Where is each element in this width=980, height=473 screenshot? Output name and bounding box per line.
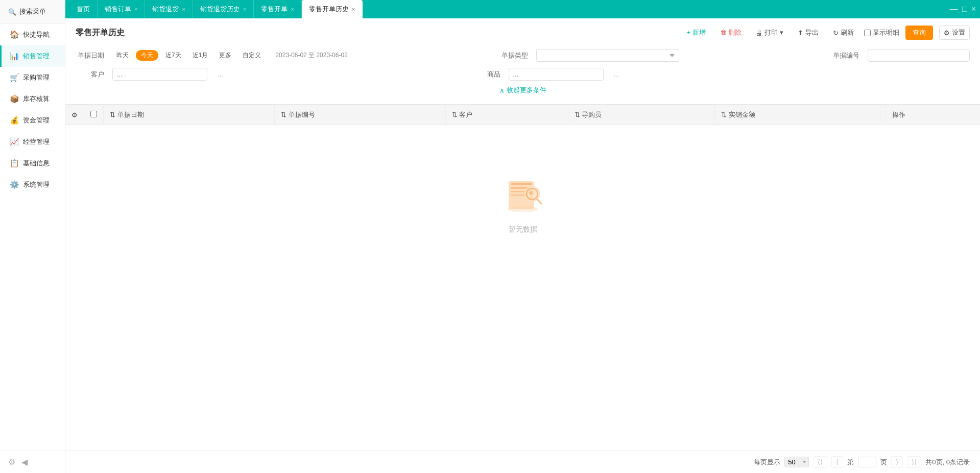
th-doc-no-sort[interactable]: ⇅ 单据编号 bbox=[281, 110, 439, 119]
tab-bar: 首页销售订单×销货退货×销货退货历史×零售开单×零售开单历史× — □ × bbox=[65, 0, 980, 18]
th-amount-sort[interactable]: ⇅ 实销金额 bbox=[721, 110, 879, 119]
date-option-yesterday[interactable]: 昨天 bbox=[112, 50, 133, 61]
tab-close-retail-open[interactable]: × bbox=[291, 6, 294, 12]
tab-close-sales-return[interactable]: × bbox=[182, 6, 185, 12]
settings-label: 设置 bbox=[952, 28, 965, 37]
select-all-checkbox[interactable] bbox=[90, 111, 97, 117]
print-icon: 🖨 bbox=[756, 29, 762, 37]
goods-label: 商品 bbox=[472, 70, 500, 79]
settings-icon[interactable]: ⚙ bbox=[8, 457, 15, 467]
refresh-button[interactable]: ↻ 刷新 bbox=[829, 26, 858, 39]
tab-label: 销售订单 bbox=[105, 5, 131, 14]
doc-type-select[interactable] bbox=[536, 49, 679, 62]
page-title-row: 零售开单历史 + 新增 🗑 删除 🖨 🖨 打印 打印 ▾ ⬆ 导出 ↻ bbox=[76, 26, 970, 40]
goods-ellipsis[interactable]: ... bbox=[612, 70, 622, 78]
customer-input[interactable] bbox=[112, 68, 207, 81]
sidebar-item-basic-info[interactable]: 📋基础信息 bbox=[0, 153, 65, 174]
last-page-btn[interactable]: ⟩⟩ bbox=[907, 456, 921, 468]
date-range-text: 2023-06-02 至 2023-06-02 bbox=[275, 51, 347, 60]
sidebar-item-label: 系统管理 bbox=[23, 180, 50, 189]
tab-label: 零售开单历史 bbox=[309, 5, 349, 14]
data-table: ⚙ ⇅ 单据日期 ⇅ 单据编号 ⇅ 客户 ⇅ 导购员 ⇅ 实销金额 操作 bbox=[65, 105, 980, 125]
sidebar-item-quick-nav[interactable]: 🏠快捷导航 bbox=[0, 24, 65, 45]
th-customer-label: ⇅ 客户 bbox=[452, 110, 473, 119]
th-checkbox[interactable] bbox=[84, 105, 104, 125]
table-header: ⚙ ⇅ 单据日期 ⇅ 单据编号 ⇅ 客户 ⇅ 导购员 ⇅ 实销金额 操作 bbox=[65, 105, 980, 125]
th-customer-sort[interactable]: ⇅ 客户 bbox=[452, 110, 562, 119]
collapse-row: ∧ 收起更多条件 bbox=[76, 84, 970, 99]
delete-button[interactable]: 🗑 删除 bbox=[716, 26, 746, 39]
tab-label: 首页 bbox=[77, 5, 90, 14]
export-button[interactable]: ⬆ 导出 bbox=[794, 26, 823, 39]
date-option-today[interactable]: 今天 bbox=[136, 50, 158, 61]
tab-retail-open[interactable]: 零售开单× bbox=[254, 0, 301, 18]
tab-close-sales-return-history[interactable]: × bbox=[243, 6, 246, 12]
doc-no-input[interactable] bbox=[868, 49, 970, 62]
th-doc-no: ⇅ 单据编号 bbox=[274, 105, 445, 125]
sidebar-item-sales-mgmt[interactable]: 📊销售管理 bbox=[0, 45, 65, 67]
tab-close-sales-order[interactable]: × bbox=[134, 6, 137, 12]
next-page-btn[interactable]: ⟩ bbox=[891, 456, 903, 468]
tab-sales-order[interactable]: 销售订单× bbox=[98, 0, 145, 18]
th-guide: ⇅ 导购员 bbox=[568, 105, 714, 125]
sidebar-item-label: 采购管理 bbox=[23, 73, 50, 82]
th-date-label: ⇅ 单据日期 bbox=[110, 110, 144, 119]
th-amount: ⇅ 实销金额 bbox=[715, 105, 886, 125]
th-settings[interactable]: ⚙ bbox=[65, 105, 84, 125]
collapse-button[interactable]: ∧ 收起更多条件 bbox=[493, 84, 553, 97]
sidebar-item-operations[interactable]: 📈经营管理 bbox=[0, 131, 65, 153]
date-options: 昨天今天近7天近1月更多自定义 bbox=[112, 50, 265, 61]
tab-label: 零售开单 bbox=[261, 5, 288, 14]
show-detail-input[interactable] bbox=[864, 30, 871, 36]
svg-rect-2 bbox=[511, 183, 532, 185]
th-date-sort[interactable]: ⇅ 单据日期 bbox=[110, 110, 268, 119]
date-option-more[interactable]: 更多 bbox=[215, 50, 235, 61]
prev-page-btn[interactable]: ⟨ bbox=[831, 456, 843, 468]
tab-label: 销货退货 bbox=[152, 5, 179, 14]
close-btn[interactable]: × bbox=[971, 5, 976, 14]
minimize-btn[interactable]: — bbox=[950, 5, 958, 14]
sidebar-item-purchase-mgmt[interactable]: 🛒采购管理 bbox=[0, 67, 65, 88]
sidebar-item-inventory[interactable]: 📦库存核算 bbox=[0, 88, 65, 110]
sidebar-item-system[interactable]: ⚙️系统管理 bbox=[0, 174, 65, 195]
search-icon: 🔍 bbox=[8, 8, 16, 16]
sidebar-item-label: 销售管理 bbox=[23, 52, 50, 61]
collapse-icon[interactable]: ◀ bbox=[21, 457, 28, 467]
operations-icon: 📈 bbox=[10, 137, 19, 146]
print-button[interactable]: 🖨 🖨 打印 打印 ▾ bbox=[752, 26, 787, 39]
query-button[interactable]: 查询 bbox=[905, 26, 933, 40]
first-page-btn[interactable]: ⟨⟨ bbox=[813, 456, 827, 468]
th-amount-label: ⇅ 实销金额 bbox=[721, 110, 755, 119]
show-detail-checkbox[interactable]: 显示明细 bbox=[864, 28, 899, 37]
page-label-suffix: 页 bbox=[880, 458, 887, 467]
settings-icon-btn: ⚙ bbox=[944, 29, 950, 37]
date-option-custom[interactable]: 自定义 bbox=[238, 50, 265, 61]
sidebar: 🔍 搜索采单 🏠快捷导航📊销售管理🛒采购管理📦库存核算💰资金管理📈经营管理📋基础… bbox=[0, 0, 65, 473]
th-customer: ⇅ 客户 bbox=[445, 105, 568, 125]
tab-home[interactable]: 首页 bbox=[69, 0, 98, 18]
per-page-select[interactable]: 102050100 bbox=[784, 457, 809, 467]
sidebar-item-finance[interactable]: 💰资金管理 bbox=[0, 110, 65, 131]
pagination: 每页显示 102050100 ⟨⟨ ⟨ 第 1 页 ⟩ ⟩⟩ 共0页, 0条记录 bbox=[65, 451, 980, 473]
tab-retail-open-history[interactable]: 零售开单历史× bbox=[302, 0, 363, 18]
settings-button[interactable]: ⚙ 设置 bbox=[939, 26, 970, 40]
tab-sales-return-history[interactable]: 销货退货历史× bbox=[193, 0, 254, 18]
sidebar-item-label: 基础信息 bbox=[23, 159, 50, 168]
page-input[interactable]: 1 bbox=[858, 457, 876, 467]
sidebar-search[interactable]: 🔍 搜索采单 bbox=[0, 0, 65, 24]
th-doc-no-label: ⇅ 单据编号 bbox=[281, 110, 315, 119]
customer-ellipsis[interactable]: ... bbox=[216, 70, 225, 78]
th-actions: 操作 bbox=[886, 105, 980, 125]
filter-area: 单据日期 昨天今天近7天近1月更多自定义 2023-06-02 至 2023-0… bbox=[76, 46, 970, 104]
date-option-last7[interactable]: 近7天 bbox=[161, 50, 185, 61]
tab-sales-return[interactable]: 销货退货× bbox=[145, 0, 193, 18]
tab-close-retail-open-history[interactable]: × bbox=[352, 6, 355, 12]
add-button[interactable]: + 新增 bbox=[683, 26, 710, 39]
goods-input[interactable] bbox=[509, 68, 604, 81]
empty-illustration bbox=[497, 166, 548, 217]
refresh-icon: ↻ bbox=[833, 29, 839, 37]
th-guide-sort[interactable]: ⇅ 导购员 bbox=[575, 110, 708, 119]
sidebar-item-label: 资金管理 bbox=[23, 116, 50, 125]
maximize-btn[interactable]: □ bbox=[962, 5, 967, 14]
date-option-last1month[interactable]: 近1月 bbox=[188, 50, 212, 61]
